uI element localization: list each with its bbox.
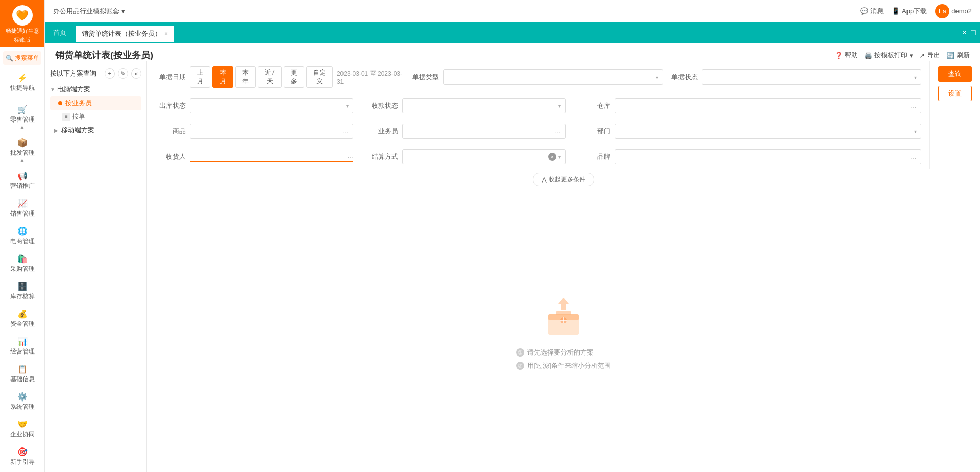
sidebar-item-quicknav[interactable]: ⚡ 快捷导航 — [0, 69, 44, 97]
scheme-add-button[interactable]: + — [105, 68, 115, 79]
product-filter-label: 商品 — [155, 127, 186, 136]
tab-active[interactable]: 销货单统计表（按业务员） × — [76, 26, 174, 42]
header-right: 💬 消息 📱 App下载 Ea demo2 — [860, 4, 972, 18]
export-button[interactable]: ↗ 导出 — [919, 51, 940, 60]
sidebar-item-sales[interactable]: 📈 销售管理 — [0, 195, 44, 222]
scheme-sub-item-label: 按单 — [72, 112, 85, 121]
user-name: demo2 — [951, 7, 972, 15]
date-last-month-btn[interactable]: 上月 — [190, 66, 210, 88]
product-filter[interactable]: … — [190, 124, 353, 139]
status-filter-select[interactable]: ▾ — [702, 69, 922, 85]
tab-close-button[interactable]: × — [164, 30, 168, 37]
payment-clear-button[interactable]: × — [548, 153, 556, 161]
product-dots: … — [342, 128, 349, 135]
scheme-group-desktop-header[interactable]: ▼ 电脑端方案 — [50, 83, 141, 96]
salesperson-filter[interactable]: … — [402, 124, 566, 139]
corp-label: 企业协同 — [10, 430, 35, 439]
main-content: 办公用品行业模拟账套 ▾ 💬 消息 📱 App下载 Ea demo2 首页 — [45, 0, 980, 472]
finance-icon: 💰 — [17, 309, 28, 319]
brand-filter[interactable]: … — [615, 149, 921, 164]
sidebar-item-ecommerce[interactable]: 🌐 电商管理 — [0, 222, 44, 250]
export-label: 导出 — [927, 51, 940, 60]
scheme-item-salesperson[interactable]: 按业务员 — [50, 96, 141, 110]
payment-filter[interactable]: × ▾ — [402, 149, 566, 164]
tip1-num: ① — [516, 348, 524, 357]
date-last7-btn[interactable]: 近7天 — [258, 66, 282, 88]
user-avatar: Ea — [935, 4, 949, 18]
sidebar-item-newbie[interactable]: 🎯 新手引导 — [0, 443, 44, 470]
scheme-collapse-button[interactable]: « — [131, 68, 141, 79]
app-selector[interactable]: 办公用品行业模拟账套 ▾ — [53, 7, 125, 16]
sidebar-item-retail[interactable]: 🛒 零售管理 ▲ — [0, 101, 44, 134]
logo-area: 🧡 畅捷通好生意 标账版 — [0, 0, 44, 47]
system-icon: ⚙️ — [17, 392, 28, 402]
collapse-filter-button[interactable]: ⋀ 收起更多条件 — [533, 173, 594, 186]
brand-filter-label: 品牌 — [580, 152, 610, 161]
app-selector-arrow: ▾ — [121, 7, 125, 15]
out-arrow: ▾ — [346, 103, 349, 109]
tab-close-all-button[interactable]: × — [962, 28, 967, 37]
filter-row-1: 单据日期 上月 本月 本年 近7天 更多 自定义 2023-03-01 至 20… — [147, 61, 929, 91]
scheme-collapse-icon: « — [135, 70, 138, 77]
finance-label: 资金管理 — [10, 320, 35, 328]
receipt-filter-select[interactable]: ▾ — [402, 98, 566, 113]
scheme-edit-button[interactable]: ✎ — [118, 68, 128, 79]
refresh-button[interactable]: 🔄 刷新 — [946, 51, 970, 60]
salesperson-dots: … — [555, 128, 561, 135]
dept-filter[interactable]: ▾ — [615, 124, 921, 139]
tip1-text: 请先选择要分析的方案 — [527, 348, 594, 357]
warehouse-filter[interactable]: … — [615, 98, 921, 113]
empty-tips: ① 请先选择要分析的方案 ② 用[过滤]条件来缩小分析范围 — [516, 348, 610, 374]
ecommerce-icon: 🌐 — [17, 226, 28, 236]
user-menu[interactable]: Ea demo2 — [935, 4, 972, 18]
empty-state: ① 请先选择要分析的方案 ② 用[过滤]条件来缩小分析范围 — [147, 191, 980, 472]
receiver-filter[interactable]: … — [190, 152, 353, 162]
tab-bar-actions: × □ — [962, 28, 980, 37]
search-menu-button[interactable]: 🔍 搜索菜单 — [3, 51, 41, 65]
export-icon: ↗ — [919, 52, 925, 59]
wholesale-icon: 📦 — [17, 138, 28, 148]
sidebar-item-corp[interactable]: 🤝 企业协同 — [0, 415, 44, 443]
sidebar-item-basic[interactable]: 📋 基础信息 — [0, 360, 44, 388]
sales-label: 销售管理 — [10, 209, 35, 218]
quicknav-label: 快捷导航 — [10, 84, 35, 92]
sidebar-item-purchase[interactable]: 🛍️ 采购管理 — [0, 250, 44, 277]
date-filter-label: 单据日期 — [155, 73, 186, 82]
sidebar-item-operations[interactable]: 📊 经营管理 — [0, 333, 44, 360]
date-this-month-btn[interactable]: 本月 — [212, 66, 233, 88]
message-button[interactable]: 💬 消息 — [860, 7, 884, 16]
settings-button[interactable]: 设置 — [938, 86, 972, 101]
print-button[interactable]: 🖨️ 按模板打印 ▾ — [864, 51, 913, 60]
scheme-panel-title: 按以下方案查询 — [50, 69, 96, 78]
type-filter-select[interactable]: ▾ — [443, 69, 663, 85]
app-download-label: App下载 — [902, 7, 927, 16]
filter-row-4: 收货人 … 结算方式 × ▾ — [147, 147, 929, 169]
app-download-button[interactable]: 📱 App下载 — [892, 7, 927, 16]
sidebar-item-finance[interactable]: 💰 资金管理 — [0, 305, 44, 333]
purchase-label: 采购管理 — [10, 265, 35, 273]
query-button[interactable]: 查询 — [938, 66, 972, 82]
scheme-panel: 按以下方案查询 + ✎ « ▼ 电脑端方案 — [45, 61, 147, 472]
sidebar-item-wholesale[interactable]: 📦 批发管理 ▲ — [0, 134, 44, 167]
out-filter-select[interactable]: ▾ — [190, 98, 353, 113]
scheme-group-mobile[interactable]: ▶ 移动端方案 — [50, 123, 141, 137]
scheme-sub-item-order[interactable]: ≡ 按单 — [50, 110, 141, 123]
sidebar-item-system[interactable]: ⚙️ 系统管理 — [0, 388, 44, 415]
logo-sub: 标账版 — [14, 36, 31, 44]
help-button[interactable]: ❓ 帮助 — [835, 51, 858, 60]
status-filter-label: 单据状态 — [667, 73, 698, 82]
sidebar-item-inventory[interactable]: 🗄️ 库存核算 — [0, 277, 44, 305]
tab-home[interactable]: 首页 — [45, 22, 75, 43]
dept-arrow: ▾ — [914, 129, 917, 134]
receiver-dots: … — [347, 152, 353, 159]
date-this-year-btn[interactable]: 本年 — [235, 66, 256, 88]
date-custom-btn[interactable]: 自定义 — [306, 66, 333, 88]
newbie-label: 新手引导 — [10, 458, 35, 466]
receiver-input[interactable] — [190, 152, 347, 160]
tab-maximize-button[interactable]: □ — [971, 28, 976, 37]
empty-tip-2: ② 用[过滤]条件来缩小分析范围 — [516, 361, 610, 370]
date-more-btn[interactable]: 更多 — [284, 66, 304, 88]
marketing-icon: 📢 — [17, 171, 28, 181]
sidebar-item-marketing[interactable]: 📢 营销推广 — [0, 167, 44, 195]
sidebar: 🧡 畅捷通好生意 标账版 🔍 搜索菜单 ⚡ 快捷导航 🛒 零售管理 ▲ 📦 批发… — [0, 0, 45, 472]
